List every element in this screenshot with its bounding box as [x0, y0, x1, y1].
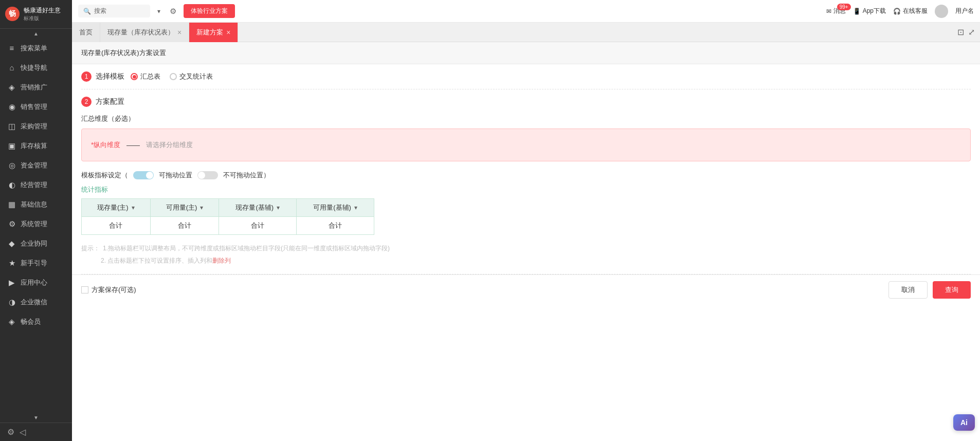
col-dropdown-0[interactable]: ▾ [132, 204, 135, 211]
stats-area: 统计指标 现存量(主) ▾ 可用量(主) ▾ [81, 185, 971, 235]
tabs-bar: 首页 现存量（库存状况表） × 新建方案 × ⊡ ⤢ [72, 23, 980, 42]
online-service-btn[interactable]: 🎧 在线客服 [893, 7, 928, 15]
section2-header: 2 方案配置 [81, 97, 971, 107]
sidebar-item-wechat[interactable]: ◑ 企业微信 [0, 292, 72, 312]
tab-inventory[interactable]: 现存量（库存状况表） × [100, 23, 189, 42]
tab-new-scheme-close-icon[interactable]: × [226, 29, 230, 36]
sidebar-item-enterprise[interactable]: ◆ 企业协同 [0, 234, 72, 253]
sidebar-item-member[interactable]: ◈ 畅会员 [0, 312, 72, 332]
sidebar-scroll-down[interactable]: ▼ [0, 413, 72, 422]
vertical-required-text: *纵向维度 [91, 140, 120, 150]
radio-cross-circle [170, 73, 177, 80]
stats-table-header-row: 现存量(主) ▾ 可用量(主) ▾ 现存量(基辅 [82, 199, 374, 217]
summary-cell-3: 合计 [297, 217, 374, 235]
nodrag-toggle[interactable] [197, 171, 218, 179]
sidebar-item-basic-info[interactable]: ▦ 基础信息 [0, 195, 72, 214]
save-option[interactable]: 方案保存(可选) [81, 285, 136, 295]
tabs-bar-right: ⊡ ⤢ [957, 27, 980, 37]
username-display[interactable]: 用户名 [955, 7, 974, 15]
section-scheme-config: 2 方案配置 汇总维度（必选） *纵向维度 —— 请选择分组维度 [72, 89, 980, 161]
headset-icon: 🎧 [893, 8, 901, 15]
sidebar-nav: ≡ 搜索菜单 ⌂ 快捷导航 ◈ 营销推广 ◉ 销售管理 ◫ 采购管理 ▣ 库存核… [0, 39, 72, 413]
search-placeholder: 搜索 [94, 7, 106, 15]
purchase-icon: ◫ [7, 122, 16, 131]
settings-bottom-icon[interactable]: ⚙ [7, 427, 14, 437]
sidebar-item-operations[interactable]: ◐ 经营管理 [0, 175, 72, 195]
tab-restore-btn[interactable]: ⊡ [957, 27, 964, 37]
save-checkbox[interactable] [81, 286, 88, 293]
sidebar-item-marketing[interactable]: ◈ 营销推广 [0, 78, 72, 97]
sidebar-item-inventory[interactable]: ▣ 库存核算 [0, 136, 72, 156]
sidebar-item-label: 系统管理 [21, 219, 47, 229]
col-dropdown-3[interactable]: ▾ [354, 204, 357, 211]
col-dropdown-2[interactable]: ▾ [277, 204, 280, 211]
search-dropdown-btn[interactable]: ▾ [155, 7, 162, 16]
inventory-icon: ▣ [7, 141, 16, 151]
radio-cross-label: 交叉统计表 [179, 72, 213, 81]
topbar-right: ✉ 消息 99+ 📱 App下载 🎧 在线客服 用户名 [826, 5, 974, 18]
search-icon: 🔍 [83, 8, 91, 15]
tip-spacer-1 [81, 254, 98, 267]
messages-btn[interactable]: ✉ 消息 99+ [826, 7, 846, 15]
drag-toggle[interactable] [133, 171, 154, 179]
tab-home-label: 首页 [79, 28, 93, 37]
summary-cell-1: 合计 [150, 217, 219, 235]
operations-icon: ◐ [7, 180, 16, 190]
tab-inventory-label: 现存量（库存状况表） [107, 28, 174, 37]
wechat-icon: ◑ [7, 298, 16, 307]
app-logo-icon: 畅 [5, 7, 20, 21]
tip-text-1: 2. 点击标题栏下拉可设置排序、插入列和删除列 [101, 254, 231, 267]
section2-title: 方案配置 [96, 97, 124, 106]
ai-float-button[interactable]: Ai [953, 414, 975, 431]
section1-header: 1 选择模板 汇总表 交叉统计表 [81, 71, 971, 82]
tip-text-0: 1.拖动标题栏可以调整布局，不可跨维度或指标区域拖动栏目字段(只能在同一维度或指… [103, 242, 390, 254]
col-dropdown-1[interactable]: ▾ [200, 204, 203, 211]
sidebar-logo: 畅 畅康通好生意 标准版 [0, 0, 72, 29]
save-option-label: 方案保存(可选) [92, 285, 136, 295]
gift-icon: ◈ [7, 83, 16, 92]
dimension-required-label: 汇总维度（必选） [81, 114, 971, 123]
sidebar: 畅 畅康通好生意 标准版 ▲ ≡ 搜索菜单 ⌂ 快捷导航 ◈ 营销推广 ◉ 销售… [0, 0, 72, 441]
radio-summary-table[interactable]: 汇总表 [131, 72, 160, 81]
app-name: 畅康通好生意 [24, 6, 61, 15]
sidebar-item-label: 应用中心 [21, 278, 47, 287]
stats-table: 现存量(主) ▾ 可用量(主) ▾ 现存量(基辅 [81, 198, 374, 235]
page-setting-title: 现存量(库存状况表)方案设置 [72, 42, 980, 64]
sidebar-item-label: 企业微信 [21, 298, 47, 307]
sidebar-item-guide[interactable]: ★ 新手引导 [0, 253, 72, 273]
sidebar-item-search[interactable]: ≡ 搜索菜单 [0, 39, 72, 58]
page-content: 现存量(库存状况表)方案设置 1 选择模板 汇总表 交叉统计表 [72, 42, 980, 441]
topbar-gear-icon[interactable]: ⚙ [168, 5, 178, 18]
radio-summary-circle [131, 73, 138, 80]
tips-section: 提示： 1.拖动标题栏可以调整布局，不可跨维度或指标区域拖动栏目字段(只能在同一… [81, 242, 971, 267]
sidebar-scroll-up[interactable]: ▲ [0, 29, 72, 39]
sidebar-item-label: 快捷导航 [21, 63, 47, 72]
sidebar-item-finance[interactable]: ◎ 资金管理 [0, 156, 72, 175]
dimension-dash: —— [126, 141, 140, 149]
search-menu-icon: ≡ [7, 44, 16, 53]
trial-btn[interactable]: 体验行业方案 [184, 4, 235, 18]
home-icon: ⌂ [7, 63, 16, 72]
col-header-label-1: 可用量(主) [166, 203, 197, 212]
cancel-button[interactable]: 取消 [888, 281, 928, 299]
sidebar-item-nav[interactable]: ⌂ 快捷导航 [0, 58, 72, 78]
summary-cell-0: 合计 [82, 217, 151, 235]
radio-cross-table[interactable]: 交叉统计表 [170, 72, 213, 81]
query-button[interactable]: 查询 [933, 281, 971, 299]
summary-cell-2: 合计 [219, 217, 297, 235]
finance-icon: ◎ [7, 161, 16, 170]
sidebar-item-system[interactable]: ⚙ 系统管理 [0, 214, 72, 234]
tab-home[interactable]: 首页 [72, 23, 100, 42]
tab-fullscreen-btn[interactable]: ⤢ [968, 27, 975, 37]
dimension-area[interactable]: *纵向维度 —— 请选择分组维度 [81, 128, 971, 161]
tab-inventory-close-icon[interactable]: × [177, 29, 182, 36]
app-download-btn[interactable]: 📱 App下载 [853, 7, 886, 15]
tab-new-scheme[interactable]: 新建方案 × [189, 23, 238, 42]
user-avatar[interactable] [935, 5, 948, 18]
collapse-sidebar-icon[interactable]: ◁ [20, 427, 26, 437]
sidebar-item-app-center[interactable]: ▶ 应用中心 [0, 273, 72, 292]
topbar: 🔍 搜索 ▾ ⚙ 体验行业方案 ✉ 消息 99+ 📱 App下载 🎧 在线客服 … [72, 0, 980, 23]
sidebar-item-purchase[interactable]: ◫ 采购管理 [0, 117, 72, 136]
search-box[interactable]: 🔍 搜索 [78, 5, 150, 17]
sidebar-item-sales[interactable]: ◉ 销售管理 [0, 97, 72, 117]
